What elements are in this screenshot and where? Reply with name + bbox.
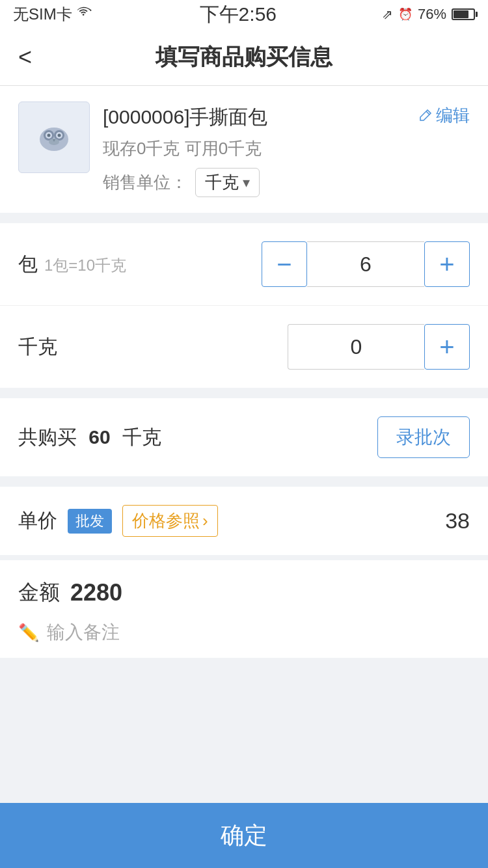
summary-amount: 60 xyxy=(88,426,110,448)
price-ref-arrow: › xyxy=(202,511,208,531)
svg-point-6 xyxy=(58,134,61,137)
price-value: 38 xyxy=(445,508,470,534)
alarm-icon: ⏰ xyxy=(398,7,413,21)
product-name: [0000006]手撕面包 xyxy=(103,104,470,131)
kg-input[interactable] xyxy=(288,324,424,370)
product-section: [0000006]手撕面包 现存0千克 可用0千克 销售单位： 千克 ▾ 编辑 xyxy=(0,86,488,213)
edit-icon xyxy=(418,109,432,123)
status-time: 下午2:56 xyxy=(200,1,277,28)
battery-icon xyxy=(452,8,475,20)
note-placeholder: 输入备注 xyxy=(47,620,120,645)
kg-row: 千克 + xyxy=(0,306,488,388)
bao-increment-button[interactable]: + xyxy=(424,241,470,287)
product-thumbnail xyxy=(18,102,90,173)
edit-button[interactable]: 编辑 xyxy=(418,104,470,127)
product-unit-row: 销售单位： 千克 ▾ xyxy=(103,168,470,197)
wifi-icon xyxy=(77,5,94,23)
summary-text: 共购买 60 千克 xyxy=(18,424,161,451)
note-icon: ✏️ xyxy=(18,623,39,643)
status-bar: 无SIM卡 下午2:56 ⇗ ⏰ 76% xyxy=(0,0,488,29)
edit-label: 编辑 xyxy=(436,104,470,127)
price-ref-label: 价格参照 xyxy=(132,509,200,532)
svg-point-5 xyxy=(47,134,51,137)
back-button[interactable]: < xyxy=(18,44,32,71)
quantity-section: 包1包=10千克 − + 千克 + xyxy=(0,223,488,388)
kg-label: 千克 xyxy=(18,334,288,360)
unit-selector[interactable]: 千克 ▾ xyxy=(195,168,260,197)
price-tag-badge: 批发 xyxy=(68,509,112,534)
status-left: 无SIM卡 xyxy=(13,4,94,25)
battery-percent: 76% xyxy=(418,6,446,23)
bao-controls: − + xyxy=(262,241,470,287)
note-row[interactable]: ✏️ 输入备注 xyxy=(18,620,470,645)
bao-input[interactable] xyxy=(307,241,424,287)
bao-label: 包1包=10千克 xyxy=(18,251,262,278)
summary-prefix: 共购买 xyxy=(18,426,77,448)
price-label: 单价 xyxy=(18,508,57,534)
page-title: 填写商品购买信息 xyxy=(156,42,332,72)
location-icon: ⇗ xyxy=(382,7,393,22)
price-section: 单价 批发 价格参照 › 38 xyxy=(0,487,488,555)
amount-value: 2280 xyxy=(70,579,122,606)
status-right: ⇗ ⏰ 76% xyxy=(382,6,475,23)
kg-increment-button[interactable]: + xyxy=(424,324,470,370)
amount-row: 金额 2280 xyxy=(18,578,470,607)
kg-controls: + xyxy=(288,324,470,370)
price-ref-button[interactable]: 价格参照 › xyxy=(122,505,218,537)
bao-row: 包1包=10千克 − + xyxy=(0,223,488,306)
batch-button[interactable]: 录批次 xyxy=(377,416,470,458)
amount-section: 金额 2280 ✏️ 输入备注 xyxy=(0,560,488,658)
unit-dropdown-arrow: ▾ xyxy=(243,174,250,191)
summary-unit: 千克 xyxy=(122,426,161,448)
carrier-text: 无SIM卡 xyxy=(13,4,72,25)
product-card: [0000006]手撕面包 现存0千克 可用0千克 销售单位： 千克 ▾ xyxy=(0,86,488,213)
summary-section: 共购买 60 千克 录批次 xyxy=(0,398,488,476)
unit-value: 千克 xyxy=(205,171,239,194)
unit-label: 销售单位： xyxy=(103,171,187,194)
owl-logo-icon xyxy=(34,121,74,154)
nav-bar: < 填写商品购买信息 xyxy=(0,29,488,86)
product-info: [0000006]手撕面包 现存0千克 可用0千克 销售单位： 千克 ▾ xyxy=(103,102,470,197)
product-stock: 现存0千克 可用0千克 xyxy=(103,137,470,160)
battery-fill xyxy=(454,10,468,18)
bao-decrement-button[interactable]: − xyxy=(262,241,307,287)
amount-label: 金额 xyxy=(18,578,60,607)
bao-hint: 1包=10千克 xyxy=(44,256,126,274)
confirm-button[interactable]: 确定 xyxy=(0,803,488,868)
